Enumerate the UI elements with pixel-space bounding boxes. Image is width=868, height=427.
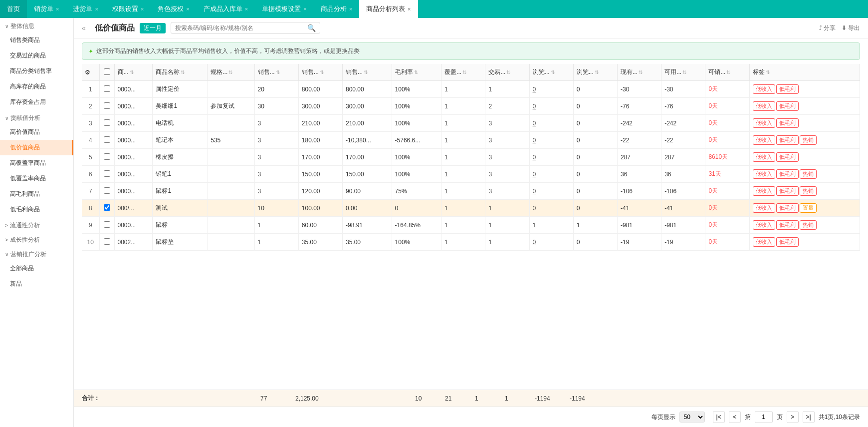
col-sales1[interactable]: 销售...⇅	[254, 64, 298, 81]
tag-0: 低收入	[753, 220, 775, 230]
browse-link[interactable]: 0	[533, 188, 536, 195]
col-sellable[interactable]: 可销...⇅	[705, 64, 749, 81]
select-all-checkbox[interactable]	[104, 68, 110, 75]
nav-role-auth[interactable]: 角色授权×	[151, 0, 196, 18]
col-spec[interactable]: 规格...⇅	[208, 64, 254, 81]
row-checkbox[interactable]	[99, 183, 114, 200]
sidebar-section-marketing[interactable]: ∨营销推广分析	[0, 246, 73, 261]
close-permission-tab[interactable]: ×	[141, 6, 144, 12]
next-page-button[interactable]: >	[787, 411, 799, 423]
row-col8: 0.00	[343, 200, 392, 217]
browse-link[interactable]: 0	[533, 120, 536, 127]
nav-sales[interactable]: 销货单×	[27, 0, 66, 18]
close-template-tab[interactable]: ×	[303, 6, 306, 12]
sidebar-item-high-stock[interactable]: 高库存的商品	[0, 79, 73, 94]
sidebar-section-flow[interactable]: >流通性分析	[0, 217, 73, 232]
nav-analysis-list[interactable]: 商品分析列表×	[359, 0, 418, 18]
row-checkbox[interactable]	[99, 149, 114, 166]
page-number-input[interactable]	[755, 411, 773, 423]
nav-product-analysis[interactable]: 商品分析×	[314, 0, 359, 18]
browse-link[interactable]: 0	[533, 154, 536, 161]
col-checkbox-header[interactable]	[99, 64, 114, 81]
col-settings[interactable]: ⚙	[82, 64, 99, 81]
search-icon[interactable]: 🔍	[307, 24, 316, 32]
close-analysis-list-tab[interactable]: ×	[408, 6, 411, 12]
close-analysis-tab[interactable]: ×	[349, 6, 352, 12]
export-button[interactable]: ⬇ 导出	[842, 24, 860, 32]
browse-link[interactable]: 0	[533, 137, 536, 144]
row-tags: 低收入低毛利	[749, 98, 860, 115]
first-page-button[interactable]: |<	[713, 411, 725, 423]
browse-link[interactable]: 0	[533, 239, 536, 246]
sidebar-item-traded[interactable]: 交易过的商品	[0, 48, 73, 63]
sidebar-item-all-products[interactable]: 全部商品	[0, 261, 73, 276]
row-checkbox[interactable]	[99, 200, 114, 217]
share-button[interactable]: ⤴ 分享	[819, 24, 836, 32]
page-title: 低价值商品	[95, 23, 135, 33]
row-spec	[208, 149, 254, 166]
sidebar-item-new-products[interactable]: 新品	[0, 276, 73, 292]
col-transaction[interactable]: 交易...⇅	[485, 64, 529, 81]
sidebar-item-high-margin[interactable]: 高毛利商品	[0, 186, 73, 202]
col-coverage[interactable]: 覆盖...⇅	[441, 64, 485, 81]
per-page-select[interactable]: 50 100 200	[679, 412, 705, 423]
col-available[interactable]: 可用...⇅	[661, 64, 705, 81]
col-browse2[interactable]: 浏览...⇅	[573, 64, 617, 81]
browse-link[interactable]: 1	[533, 222, 536, 229]
nav-permission[interactable]: 权限设置×	[105, 0, 151, 18]
col-current-stock[interactable]: 现有...⇅	[617, 64, 661, 81]
sidebar-item-sales-products[interactable]: 销售类商品	[0, 32, 73, 48]
tag-0: 低收入	[753, 118, 775, 128]
sidebar-item-high-value[interactable]: 高价值商品	[0, 124, 73, 140]
col-margin-rate[interactable]: 毛利率⇅	[392, 64, 441, 81]
row-col9: 100%	[392, 115, 441, 132]
browse-link[interactable]: 0	[533, 86, 536, 93]
row-checkbox[interactable]	[99, 98, 114, 115]
sidebar-item-stock-capital[interactable]: 库存资金占用	[0, 94, 73, 110]
date-badge[interactable]: 近一月	[140, 23, 166, 33]
browse-link[interactable]: 0	[533, 103, 536, 110]
row-name: 橡皮擦	[153, 149, 208, 166]
row-col13: 0	[573, 183, 617, 200]
search-input[interactable]	[175, 24, 305, 31]
sidebar-section-general[interactable]: ∨整体信息	[0, 18, 73, 32]
col-sales2[interactable]: 销售...⇅	[298, 64, 342, 81]
close-role-tab[interactable]: ×	[186, 6, 189, 12]
col-tags[interactable]: 标签⇅	[749, 64, 860, 81]
sidebar-section-contribution[interactable]: ∨贡献值分析	[0, 110, 73, 124]
row-checkbox[interactable]	[99, 81, 114, 98]
sidebar-item-low-coverage[interactable]: 低覆盖率商品	[0, 171, 73, 186]
row-checkbox[interactable]	[99, 166, 114, 183]
sidebar-item-low-margin[interactable]: 低毛利商品	[0, 202, 73, 217]
nav-template[interactable]: 单据模板设置×	[255, 0, 313, 18]
prev-page-button[interactable]: <	[729, 411, 741, 423]
close-purchase-tab[interactable]: ×	[95, 6, 98, 12]
row-col6: 1	[254, 234, 298, 251]
row-tags: 低收入低毛利热销	[749, 166, 860, 183]
col-sales3[interactable]: 销售...⇅	[343, 64, 392, 81]
sidebar-section-growth[interactable]: >成长性分析	[0, 232, 73, 246]
row-checkbox[interactable]	[99, 115, 114, 132]
col-code[interactable]: 商...⇅	[114, 64, 153, 81]
nav-product-instock[interactable]: 产成品入库单×	[197, 0, 255, 18]
browse-link[interactable]: 0	[533, 205, 536, 212]
row-checkbox[interactable]	[99, 234, 114, 251]
browse-link[interactable]: 0	[533, 171, 536, 178]
nav-purchase[interactable]: 进货单×	[66, 0, 105, 18]
col-name[interactable]: 商品名称⇅	[153, 64, 208, 81]
row-checkbox[interactable]	[99, 132, 114, 149]
row-days: 0天	[705, 217, 749, 234]
sidebar-item-low-value[interactable]: 低价值商品	[0, 140, 73, 155]
sidebar-item-category-rate[interactable]: 商品分类销售率	[0, 63, 73, 79]
table-container[interactable]: ⚙ 商...⇅ 商品名称⇅ 规格...⇅ 销售...⇅ 销售...⇅ 销售...…	[74, 64, 868, 390]
row-col11: 3	[485, 149, 529, 166]
col-browse1[interactable]: 浏览...⇅	[529, 64, 573, 81]
collapse-sidebar-btn[interactable]: «	[82, 24, 86, 32]
close-sales-tab[interactable]: ×	[56, 6, 59, 12]
sidebar-item-high-coverage[interactable]: 高覆盖率商品	[0, 155, 73, 171]
close-product-tab[interactable]: ×	[245, 6, 248, 12]
row-checkbox[interactable]	[99, 217, 114, 234]
row-col10: 1	[441, 166, 485, 183]
nav-home[interactable]: 首页	[0, 0, 27, 18]
last-page-button[interactable]: >|	[803, 411, 815, 423]
